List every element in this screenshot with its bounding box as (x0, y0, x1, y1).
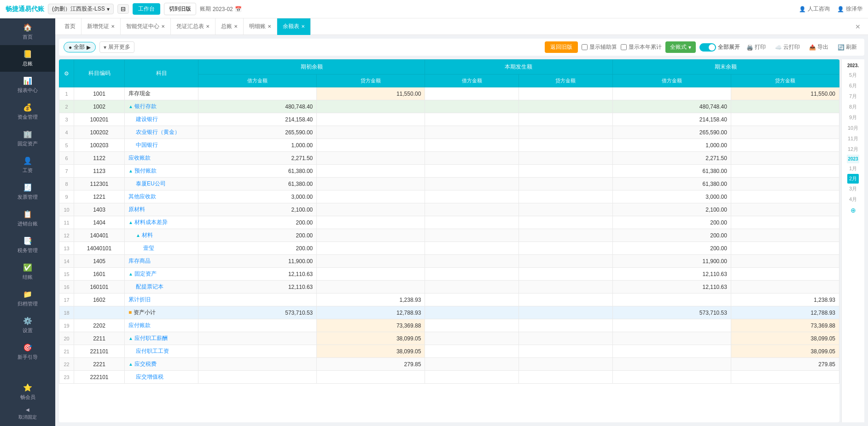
account-name-cell[interactable]: 泰厦EU公司 (125, 178, 198, 190)
account-name-link[interactable]: ▲预付账款 (128, 167, 157, 174)
tab-detail-ledger[interactable]: 明细账 ✕ (244, 18, 277, 35)
account-name-cell[interactable]: 建设银行 (125, 113, 198, 126)
account-name-cell[interactable]: ▲固定资产 (125, 268, 198, 281)
account-name-cell[interactable]: 中国银行 (125, 139, 198, 152)
account-name-cell[interactable]: 其他应收款 (125, 190, 198, 203)
aux-checkbox-input[interactable] (582, 44, 588, 50)
account-name-cell[interactable]: 配提票记本 (125, 281, 198, 294)
print-btn[interactable]: 🖨️ 打印 (744, 42, 769, 52)
account-name-link[interactable]: ▲固定资产 (128, 271, 157, 277)
sidebar-item-settings[interactable]: ⚙️ 设置 (0, 312, 55, 339)
account-name-cell[interactable]: 累计折旧 (125, 294, 198, 306)
account-name-link[interactable]: 建设银行 (128, 116, 158, 122)
add-period-btn[interactable]: ⊕ (850, 205, 857, 216)
filter-badge[interactable]: ● 全部 ▶ (64, 42, 96, 52)
cloud-print-btn[interactable]: ☁️ 云打印 (772, 42, 803, 52)
account-name-cell[interactable]: ▲材料 (125, 229, 198, 242)
expand-toggle[interactable] (699, 43, 716, 52)
sidebar-item-assets[interactable]: 🏢 固定资产 (0, 125, 55, 152)
sidebar-item-payroll[interactable]: 👤 工资 (0, 152, 55, 178)
account-name-cell[interactable]: ▲预付账款 (125, 165, 198, 178)
workbench-button[interactable]: 工作台 (133, 3, 160, 15)
account-name-cell[interactable]: 应付职工工资 (125, 345, 198, 358)
calendar-icon[interactable]: 📅 (235, 6, 242, 12)
account-name-link[interactable]: 应交增值税 (128, 374, 163, 380)
account-name-cell[interactable]: ■资产小计 (125, 306, 198, 319)
return-old-version-button[interactable]: 返回旧版 (545, 41, 578, 53)
month-11[interactable]: 11月 (847, 133, 859, 144)
tab-voucher-summary-close[interactable]: ✕ (206, 24, 210, 29)
account-name-cell[interactable]: 农业银行（黄金） (125, 126, 198, 139)
month-8[interactable]: 8月 (848, 102, 858, 112)
account-name-link[interactable]: ▲材料 (128, 232, 153, 238)
show-aux-checkbox[interactable]: 显示辅助算 (582, 43, 617, 51)
account-name-link[interactable]: ▲材料成本差异 (128, 219, 168, 225)
tab-voucher-summary[interactable]: 凭证汇总表 ✕ (171, 18, 216, 35)
switch-version-button[interactable]: 切到旧版 (164, 3, 196, 15)
format-button[interactable]: 全账式 ▾ (665, 41, 696, 53)
tab-general-ledger[interactable]: 总账 ✕ (216, 18, 244, 35)
account-name-cell[interactable]: 应付账款 (125, 319, 198, 332)
account-name-link[interactable]: ▲应交税费 (128, 361, 157, 367)
sidebar-item-closing[interactable]: ✅ 结账 (0, 259, 55, 285)
sidebar-unpin-btn[interactable]: ◀ 取消固定 (0, 405, 55, 422)
account-name-cell[interactable]: ▲应付职工薪酬 (125, 332, 198, 345)
account-name-link[interactable]: ▲银行存款 (128, 103, 157, 109)
month-1[interactable]: 1月 (848, 163, 858, 174)
copy-icon-btn[interactable]: ⊟ (117, 4, 129, 14)
account-name-link[interactable]: 中国银行 (128, 142, 158, 148)
account-name-link[interactable]: 其他应收款 (128, 193, 156, 200)
month-6[interactable]: 6月 (848, 81, 858, 91)
tab-smart-voucher[interactable]: 智能凭证中心 ✕ (121, 18, 171, 35)
account-name-cell[interactable]: 库存现金 (125, 87, 198, 100)
month-12[interactable]: 12月 (847, 144, 859, 155)
sidebar-item-guide[interactable]: 🎯 新手引导 (0, 339, 55, 365)
sidebar-item-tax[interactable]: 📑 税务管理 (0, 232, 55, 259)
account-name-link[interactable]: 农业银行（黄金） (128, 129, 180, 135)
month-4[interactable]: 4月 (848, 194, 858, 205)
month-2-active[interactable]: 2月 (847, 174, 859, 184)
month-10[interactable]: 10月 (847, 123, 859, 133)
user-info[interactable]: 👤 徐泽华 (837, 5, 862, 13)
account-name-link[interactable]: 原材料 (128, 206, 145, 213)
tab-new-voucher-close[interactable]: ✕ (111, 24, 115, 29)
refresh-btn[interactable]: 🔄 刷新 (835, 42, 860, 52)
account-name-cell[interactable]: 应交增值税 (125, 371, 198, 384)
account-name-link[interactable]: ▲应付职工薪酬 (128, 335, 168, 341)
expand-btn[interactable]: ▾ 展开更多 (99, 41, 134, 53)
account-name-cell[interactable]: 原材料 (125, 203, 198, 216)
sidebar-item-invoice[interactable]: 🧾 发票管理 (0, 178, 55, 205)
account-name-cell[interactable]: 库存商品 (125, 255, 198, 268)
account-name-link[interactable]: 库存商品 (128, 258, 151, 264)
month-7[interactable]: 7月 (848, 91, 858, 102)
tab-detail-ledger-close[interactable]: ✕ (268, 24, 271, 29)
month-9[interactable]: 9月 (848, 112, 858, 123)
account-name-cell[interactable]: ▲材料成本差异 (125, 216, 198, 229)
tab-balance[interactable]: 余额表 ✕ (277, 18, 311, 35)
sidebar-item-purchasesales[interactable]: 📋 进销台账 (0, 205, 55, 232)
ytd-checkbox-input[interactable] (621, 44, 627, 50)
account-name-cell[interactable]: ▲应交税费 (125, 358, 198, 371)
settings-column-header[interactable]: ⚙ (59, 60, 74, 87)
tab-home[interactable]: 首页 (59, 18, 82, 35)
tab-balance-close[interactable]: ✕ (301, 24, 305, 29)
tab-new-voucher[interactable]: 新增凭证 ✕ (82, 18, 121, 35)
help-info[interactable]: 👤 人工咨询 (799, 5, 830, 13)
account-name-cell[interactable]: 壹玺 (125, 242, 198, 255)
tab-smart-voucher-close[interactable]: ✕ (161, 24, 165, 29)
sidebar-item-reports[interactable]: 📊 报表中心 (0, 72, 55, 98)
tab-close-all[interactable]: ✕ (851, 23, 864, 30)
account-name-link[interactable]: 应付账款 (128, 322, 151, 328)
account-name-link[interactable]: 配提票记本 (128, 283, 163, 290)
account-name-link[interactable]: 壹玺 (128, 245, 154, 251)
company-selector[interactable]: (勿删）江西股圣-LSS ▾ (48, 4, 114, 14)
sidebar-item-funds[interactable]: 💰 资金管理 (0, 98, 55, 125)
account-name-link[interactable]: 累计折旧 (128, 296, 151, 303)
sidebar-item-ledger[interactable]: 📒 总账 (0, 45, 55, 72)
account-name-cell[interactable]: 应收账款 (125, 152, 198, 165)
month-3[interactable]: 3月 (848, 184, 858, 194)
show-ytd-checkbox[interactable]: 显示本年累计 (621, 43, 662, 51)
month-5[interactable]: 5月 (848, 70, 858, 81)
account-name-link[interactable]: 泰厦EU公司 (128, 180, 166, 187)
account-name-cell[interactable]: ▲银行存款 (125, 100, 198, 113)
